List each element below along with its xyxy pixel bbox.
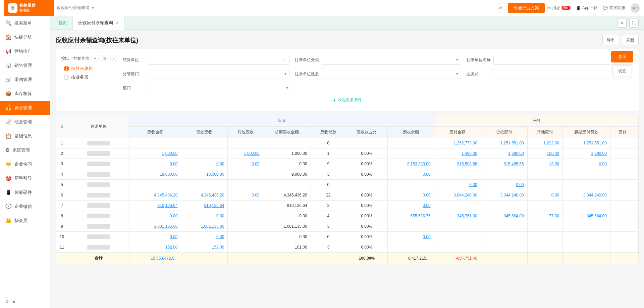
page-actions: 导出 刷新: [602, 35, 639, 45]
table-row: 6████████4,345,436.204,345,436.200.004,3…: [56, 190, 639, 201]
sidebar-item-marketing[interactable]: 📢营销推广: [0, 44, 50, 58]
member-icon: 👑: [5, 218, 12, 224]
sidebar-item-wechat[interactable]: 💬企业微信: [0, 200, 50, 214]
solution-button[interactable]: 体验行业方案: [508, 3, 545, 13]
sidebar-label-finance: 资金管理: [14, 105, 32, 111]
logo-icon: 6: [8, 3, 17, 13]
scheme-employee-radio: [64, 75, 69, 80]
tab-close-icon[interactable]: ✕: [116, 20, 119, 25]
sidebar-item-finance[interactable]: 💰资金管理: [0, 101, 50, 115]
scheme-by-employee[interactable]: 按业务员: [64, 74, 117, 80]
breadcrumb-text: 应收应付余额查询: [57, 5, 89, 11]
query-button[interactable]: 查询: [611, 51, 633, 62]
marketing-icon: 📢: [5, 48, 12, 54]
filter-field-settlement: 结算单位 ···: [123, 55, 289, 65]
filter-row-1: 结算单位 ··· 往来单位分类 ▾: [123, 55, 633, 65]
page-title: 应收应付余额查询(按往来单位): [56, 36, 138, 44]
col-header-unit: 往来单位: [68, 115, 129, 138]
filter-fields-area: 查询 设置 结算单位 ··· 往来: [123, 55, 633, 93]
sidebar-item-purchase[interactable]: 🛒采购管理: [0, 73, 50, 87]
table-row: 9████████1,001,135.001,001,135.001,001,1…: [56, 221, 639, 232]
sidebar-label-enterprise: 企业协同: [14, 161, 32, 167]
page-content: 应收应付余额查询(按往来单位) 导出 刷新 按以下方案查询 + ◎ «: [50, 30, 644, 308]
filter-field-category: 往来单位分类 ▾: [295, 55, 462, 65]
hardware-icon: 📱: [5, 189, 12, 195]
sidebar-item-inventory[interactable]: 📦库存核算: [0, 87, 50, 101]
col-pay-amount: 应付金额: [434, 127, 481, 138]
department-label: 部门: [123, 85, 146, 91]
filter-field-department: 部门 ▾: [123, 83, 291, 93]
settings-icon-top[interactable]: ⚙: [496, 3, 505, 13]
finance-icon: 💰: [5, 105, 12, 111]
unit-category-input[interactable]: ▾: [322, 55, 462, 65]
download-icon: 📱: [576, 6, 581, 10]
app-download-label: App下载: [582, 5, 597, 11]
system-icon: ⚙: [5, 147, 10, 153]
filter-row-2: 分管部门 ▾ 往来单位性质 ▾: [123, 69, 633, 79]
online-service-label: 在线客服: [609, 5, 625, 11]
sidebar-collapse-icon[interactable]: ◀: [12, 299, 15, 304]
tab-bar: 首页 应收应付余额查询 ✕ ✕ ⛶: [50, 16, 644, 30]
sidebar-item-nav[interactable]: 🏠快捷导航: [0, 30, 50, 44]
message-item[interactable]: ✉ 消息 99+: [547, 5, 571, 11]
filter-field-salesperson: 业务员 ···: [467, 69, 633, 79]
data-table: ⚙ 往来单位 应收 应付 应收金额 贷款应收 其他应收 超期应收金额 应收笔数: [56, 115, 639, 264]
back-filter-btn[interactable]: «: [110, 55, 117, 62]
online-service-item[interactable]: 💬 在线客服: [603, 5, 625, 11]
table-container: ⚙ 往来单位 应收 应付 应收金额 贷款应收 其他应收 超期应收金额 应收笔数: [56, 115, 639, 264]
sidebar-label-search: 搜索菜单: [14, 20, 32, 26]
scheme-by-unit[interactable]: 按往来单位: [64, 65, 117, 72]
breadcrumb-arrow: ▾: [92, 6, 94, 10]
filter-area: 按以下方案查询 + ◎ « 按往来单位: [56, 49, 639, 111]
col-other-pay: 其他应付: [527, 127, 562, 138]
sales-icon: 📊: [5, 62, 12, 69]
query-tab-label: 应收应付余额查询: [78, 20, 113, 26]
settlement-unit-input[interactable]: ···: [149, 55, 289, 65]
target-filter-btn[interactable]: ◎: [101, 55, 108, 62]
manage-dept-label: 分管部门: [123, 71, 146, 77]
filter-field-dept: 分管部门 ▾: [123, 69, 289, 79]
unit-nature-input[interactable]: ▾: [322, 69, 462, 79]
tab-query[interactable]: 应收应付余额查询 ✕: [73, 16, 125, 30]
scheme-options: 按往来单位 按业务员: [61, 65, 117, 80]
export-button[interactable]: 导出: [602, 35, 619, 45]
enterprise-icon: 🤝: [5, 161, 12, 167]
tab-close-btn[interactable]: ✕: [617, 18, 627, 28]
filter-field-unit-name: 往来单位名称: [467, 55, 633, 65]
search-icon: 🔍: [5, 20, 12, 26]
table-row: 4████████18,000.0018,000.009,000.0030.00…: [56, 169, 639, 180]
refresh-button[interactable]: 刷新: [622, 35, 639, 45]
add-filter-btn[interactable]: +: [91, 55, 99, 62]
tab-home[interactable]: 首页: [53, 16, 73, 30]
sidebar-item-basic[interactable]: 📋基础信息: [0, 129, 50, 143]
user-avatar[interactable]: Rit: [631, 3, 640, 13]
sidebar-item-search[interactable]: 🔍搜索菜单: [0, 16, 50, 30]
message-badge: 99+: [561, 6, 571, 10]
sidebar-item-hardware[interactable]: 📱智能硬件: [0, 185, 50, 200]
department-input[interactable]: ▾: [149, 83, 291, 93]
tab-expand-btn[interactable]: ⛶: [629, 18, 639, 28]
col-recv-ratio: 应收款占比: [346, 127, 388, 138]
sidebar-label-purchase: 采购管理: [14, 77, 32, 83]
table-settings-header[interactable]: ⚙: [56, 115, 68, 138]
sidebar-bottom[interactable]: ⚙ ◀: [0, 295, 50, 308]
wechat-icon: 💬: [5, 204, 12, 210]
col-other-recv: 其他应收: [228, 127, 263, 138]
salesperson-label: 业务员: [467, 71, 490, 77]
sidebar-item-guide[interactable]: 🎯新手引导: [0, 171, 50, 185]
sidebar-settings-icon[interactable]: ⚙: [5, 299, 9, 304]
sidebar-item-operations[interactable]: 📈经营管理: [0, 115, 50, 129]
inventory-icon: 📦: [5, 91, 12, 97]
app-download-item[interactable]: 📱 App下载: [576, 5, 597, 11]
sidebar-item-sales[interactable]: 📊销售管理: [0, 58, 50, 73]
sidebar-item-system[interactable]: ⚙系统管理: [0, 143, 50, 157]
content-area: 首页 应收应付余额查询 ✕ ✕ ⛶ 应收应付余额查询(按往来单位) 导出 刷新: [50, 16, 644, 308]
sidebar-label-inventory: 库存核算: [14, 91, 32, 97]
set-button[interactable]: 设置: [612, 65, 632, 77]
sidebar-item-member[interactable]: 👑畅会员: [0, 214, 50, 228]
collapse-more-btn[interactable]: ▲ 收起更多条件: [61, 94, 633, 105]
page-header: 应收应付余额查询(按往来单位) 导出 刷新: [56, 35, 639, 45]
manage-dept-input[interactable]: ▾: [149, 69, 289, 79]
sidebar-label-guide: 新手引导: [14, 175, 32, 181]
sidebar-item-enterprise[interactable]: 🤝企业协同: [0, 157, 50, 171]
